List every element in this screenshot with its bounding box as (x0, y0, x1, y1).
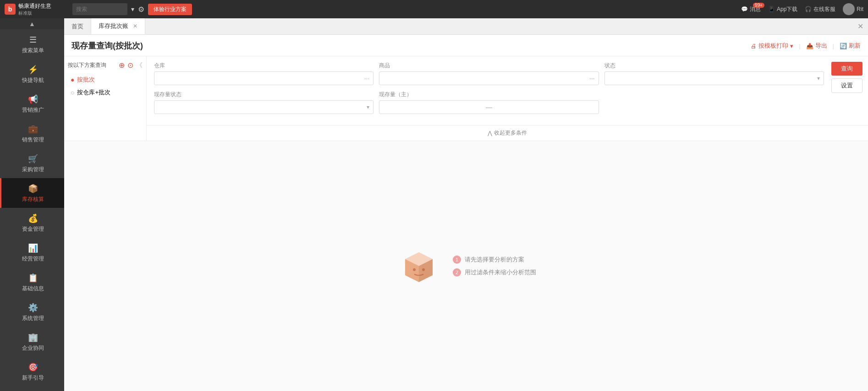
tab-home-label: 首页 (71, 22, 83, 31)
page-content: 现存量查询(按批次) 🖨 按模板打印 ▾ | 📤 导出 | 🔄 (64, 35, 868, 391)
sidebar-item-label-operations: 经营管理 (22, 255, 44, 263)
empty-state: 1 请先选择要分析的方案 2 用过滤条件来缩小分析范围 (64, 141, 868, 391)
sidebar-item-label-basic: 基础信息 (22, 285, 44, 293)
tab-bar: 首页 库存批次账 ✕ ✕ (64, 18, 868, 35)
empty-tip-2: 2 用过滤条件来缩小分析范围 (453, 268, 536, 277)
sidebar-scroll-up[interactable]: ▲ (0, 18, 64, 29)
warehouse-more-icon[interactable]: ··· (364, 75, 370, 82)
print-icon: 🖨 (751, 43, 757, 49)
stock-qty-to-input[interactable] (495, 104, 595, 111)
sidebar-item-search[interactable]: ☰ 搜索菜单 (0, 29, 64, 59)
scheme-item-label-warehousebatch: 按仓库+批次 (77, 88, 110, 97)
sidebar-item-label-marketing: 营销推广 (22, 106, 44, 114)
sidebar-item-basic[interactable]: 📋 基础信息 (0, 267, 64, 297)
tab-close-btn[interactable]: ✕ (133, 23, 137, 29)
sidebar: ▲ ☰ 搜索菜单 ⚡ 快捷导航 📢 营销推广 💼 销售管理 🛒 采购管理 📦 库… (0, 18, 64, 391)
goods-input[interactable] (383, 75, 589, 82)
scheme-add-btn[interactable]: ⊕ (119, 61, 125, 70)
tab-inventory-batch-label: 库存批次账 (99, 22, 128, 30)
refresh-btn[interactable]: 🔄 刷新 (840, 42, 861, 50)
sidebar-item-finance[interactable]: 💰 资金管理 (0, 208, 64, 238)
stock-qty-wrapper: — (379, 100, 599, 114)
settings-btn[interactable]: 设置 (831, 78, 863, 93)
print-btn[interactable]: 🖨 按模板打印 ▾ (751, 42, 793, 50)
export-btn[interactable]: 📤 导出 (806, 42, 827, 50)
message-badge: 99+ (753, 3, 764, 8)
warehouse-input-wrapper[interactable]: ··· (154, 71, 374, 85)
sidebar-item-system[interactable]: ⚙️ 系统管理 (0, 297, 64, 327)
search-menu-icon: ☰ (29, 35, 37, 45)
company-name: 畅康通好生意 (18, 2, 51, 10)
scheme-inactive-icon: ○ (71, 89, 74, 96)
user-avatar-btn[interactable]: Rit (843, 3, 863, 15)
query-buttons: 查询 设置 (831, 56, 868, 98)
stock-status-chevron-icon: ▾ (367, 104, 369, 110)
scheme-item-warehouse-batch[interactable]: ○ 按仓库+批次 (68, 86, 143, 99)
edition-label: 标准版 (18, 10, 51, 16)
sidebar-item-operations[interactable]: 📊 经营管理 (0, 238, 64, 267)
stock-status-select[interactable]: ▾ (154, 100, 374, 114)
action-divider-2: | (833, 43, 834, 49)
sidebar-item-enterprise[interactable]: 🏢 企业协同 (0, 327, 64, 357)
warehouse-input[interactable] (158, 75, 364, 82)
title-actions: 🖨 按模板打印 ▾ | 📤 导出 | 🔄 刷新 (751, 42, 861, 50)
empty-state-inner: 1 请先选择要分析的方案 2 用过滤条件来缩小分析范围 (396, 243, 536, 289)
status-label: 状态 (604, 62, 824, 70)
app-download-btn[interactable]: 📱 App下载 (768, 5, 797, 13)
status-select[interactable]: ▾ (604, 71, 824, 85)
filter-and-buttons: 仓库 ··· 商品 (147, 56, 868, 141)
sidebar-item-appcenter[interactable]: 🔧 应用中心 (0, 386, 64, 391)
filter-buttons-row: 仓库 ··· 商品 (147, 56, 868, 125)
svg-point-5 (422, 268, 425, 271)
tip-num-2: 2 (453, 268, 461, 277)
sidebar-item-marketing[interactable]: 📢 营销推广 (0, 89, 64, 119)
tab-inventory-batch[interactable]: 库存批次账 ✕ (91, 18, 145, 34)
refresh-label: 刷新 (849, 42, 861, 50)
header-search-dropdown[interactable]: ▾ (131, 5, 134, 13)
scheme-settings-btn[interactable]: ⊙ (127, 61, 133, 70)
goods-input-wrapper[interactable]: ··· (379, 71, 599, 85)
online-service-btn[interactable]: 🎧 在线客服 (805, 5, 835, 13)
sidebar-item-label-enterprise: 企业协同 (22, 344, 44, 352)
print-label: 按模板打印 (758, 42, 788, 50)
header-gear-btn[interactable]: ⚙ (138, 5, 144, 14)
message-btn[interactable]: 💬 消息 99+ (741, 5, 761, 13)
operations-icon: 📊 (28, 243, 38, 253)
stock-status-label: 现存量状态 (154, 91, 374, 98)
sidebar-item-label-newbie: 新手引导 (22, 374, 44, 382)
user-name: Rit (857, 6, 863, 12)
app-logo-icon: b (5, 4, 16, 15)
sidebar-item-label-quicknav: 快捷导航 (22, 76, 44, 84)
status-chevron-icon: ▾ (817, 75, 820, 81)
collapse-up-icon: ⋀ (488, 130, 492, 136)
sidebar-item-label-finance: 资金管理 (22, 225, 44, 233)
avatar (843, 3, 855, 15)
filter-panel: 仓库 ··· 商品 (147, 56, 831, 125)
svg-point-4 (413, 268, 416, 271)
sidebar-item-label-inventory: 库存核算 (22, 196, 44, 203)
sidebar-item-purchase[interactable]: 🛒 采购管理 (0, 148, 64, 178)
sidebar-item-newbie[interactable]: 🎯 新手引导 (0, 357, 64, 386)
scheme-active-icon: ● (71, 76, 74, 83)
scheme-item-batch[interactable]: ● 按批次 (68, 73, 143, 86)
warehouse-field: 仓库 ··· (154, 62, 374, 85)
scheme-collapse-btn[interactable]: 《 (136, 61, 143, 70)
sidebar-item-inventory[interactable]: 📦 库存核算 (0, 178, 64, 208)
status-field: 状态 ▾ (604, 62, 824, 85)
header-search-input[interactable] (72, 3, 127, 15)
sidebar-item-sales[interactable]: 💼 销售管理 (0, 119, 64, 148)
collapse-more-label: 收起更多条件 (494, 129, 527, 137)
query-btn[interactable]: 查询 (831, 62, 863, 76)
collapse-more-btn[interactable]: ⋀ 收起更多条件 (147, 125, 868, 141)
tab-home[interactable]: 首页 (64, 18, 91, 34)
tab-close-panel-btn[interactable]: ✕ (853, 22, 868, 31)
goods-more-icon[interactable]: ··· (589, 75, 595, 82)
content-area: 首页 库存批次账 ✕ ✕ 现存量查询(按批次) 🖨 按模板打印 ▾ | (64, 18, 868, 391)
sales-icon: 💼 (28, 124, 38, 134)
enterprise-icon: 🏢 (28, 332, 38, 342)
stock-qty-from-input[interactable] (383, 104, 483, 111)
sidebar-item-label-system: 系统管理 (22, 315, 44, 322)
trial-btn[interactable]: 体验行业方案 (148, 4, 192, 15)
sidebar-item-quick-nav[interactable]: ⚡ 快捷导航 (0, 59, 64, 89)
query-panel: 按以下方案查询 ⊕ ⊙ 《 ● 按批次 ○ 按仓库+批次 (64, 56, 868, 141)
